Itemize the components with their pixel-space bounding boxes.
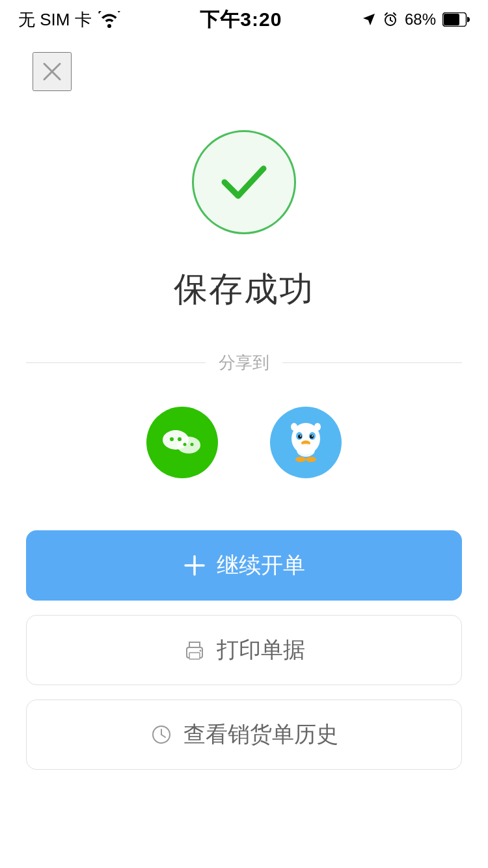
continue-label: 继续开单: [217, 550, 305, 580]
svg-rect-4: [444, 14, 459, 25]
battery-icon: [442, 12, 470, 27]
checkmark-icon: [215, 153, 273, 211]
qq-icon: [285, 419, 327, 466]
svg-point-11: [183, 443, 187, 446]
plus-icon: [183, 554, 206, 577]
alarm-icon: [383, 12, 398, 27]
main-content: 保存成功 分享到: [0, 39, 488, 868]
svg-point-30: [200, 650, 202, 652]
svg-point-24: [291, 423, 297, 431]
history-label: 查看销货单历史: [183, 720, 338, 750]
qq-share-button[interactable]: [270, 407, 342, 478]
svg-point-12: [191, 443, 194, 446]
status-left: 无 SIM 卡: [18, 8, 120, 31]
svg-point-15: [298, 435, 302, 439]
wechat-share-button[interactable]: [146, 407, 218, 478]
svg-point-23: [306, 457, 316, 462]
wechat-icon: [160, 423, 204, 462]
share-row: [146, 407, 342, 478]
svg-point-9: [170, 437, 174, 441]
divider-line-right: [282, 362, 462, 363]
wifi-icon: [98, 11, 120, 28]
printer-icon: [183, 638, 206, 662]
svg-point-19: [312, 435, 313, 437]
divider-line-left: [26, 362, 206, 363]
svg-point-10: [178, 437, 182, 441]
svg-point-18: [310, 435, 314, 439]
share-divider: 分享到: [26, 351, 462, 374]
close-button[interactable]: [33, 52, 72, 91]
status-right: 68%: [362, 10, 470, 29]
print-button[interactable]: 打印单据: [26, 615, 462, 685]
svg-point-16: [300, 435, 301, 437]
success-circle: [192, 130, 296, 234]
success-title: 保存成功: [174, 267, 314, 312]
svg-rect-29: [189, 653, 200, 659]
clock-icon: [150, 723, 173, 746]
svg-point-25: [314, 423, 321, 431]
svg-point-21: [297, 444, 315, 457]
history-button[interactable]: 查看销货单历史: [26, 699, 462, 770]
battery-label: 68%: [405, 10, 436, 29]
status-time: 下午3:20: [200, 7, 282, 33]
continue-button[interactable]: 继续开单: [26, 530, 462, 601]
no-sim-label: 无 SIM 卡: [18, 8, 92, 31]
action-buttons: 继续开单 打印单据 查看销货单历史: [26, 530, 462, 770]
svg-line-2: [390, 20, 392, 21]
print-label: 打印单据: [217, 635, 305, 665]
share-label: 分享到: [219, 351, 269, 374]
svg-line-33: [161, 735, 165, 737]
svg-point-22: [295, 457, 306, 462]
status-bar: 无 SIM 卡 下午3:20 68%: [0, 0, 488, 39]
location-icon: [362, 12, 376, 27]
